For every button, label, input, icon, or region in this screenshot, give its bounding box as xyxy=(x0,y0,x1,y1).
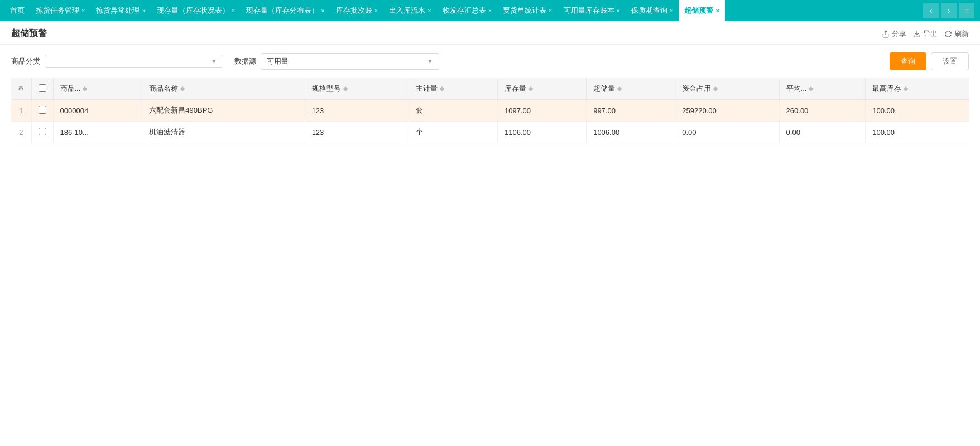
nav-close-6[interactable]: × xyxy=(427,7,431,14)
export-label: 导出 xyxy=(923,29,938,39)
cell-max-stock-0: 100.00 xyxy=(866,100,969,122)
filter-actions: 查询 设置 xyxy=(890,52,969,70)
cell-rownum-1: 2 xyxy=(11,122,31,143)
nav-close-1[interactable]: × xyxy=(81,7,85,14)
th-max-stock[interactable]: 最高库存 xyxy=(866,78,969,100)
cell-capital-0: 259220.00 xyxy=(675,100,779,122)
th-product-name[interactable]: 商品名称 xyxy=(142,78,305,100)
th-capital-label: 资金占用 xyxy=(682,84,711,94)
nav-label-4: 现存量（库存分布表） xyxy=(246,6,319,16)
nav-more-button[interactable]: ≡ xyxy=(959,3,974,18)
nav-item-7[interactable]: 收发存汇总表 × xyxy=(437,0,497,21)
nav-item-3[interactable]: 现存量（库存状况表） × xyxy=(151,0,241,21)
category-filter-group: 商品分类 ▼ xyxy=(11,55,223,68)
nav-arrows: ‹ › ≡ xyxy=(922,3,976,18)
nav-next-button[interactable]: › xyxy=(941,3,957,18)
select-all-checkbox[interactable] xyxy=(39,84,46,92)
share-icon xyxy=(882,30,890,38)
cell-spec-1: 123 xyxy=(305,122,409,143)
sort-icon-unit[interactable] xyxy=(440,86,444,91)
nav-label-5: 库存批次账 xyxy=(336,6,372,16)
nav-item-11[interactable]: 超储预警 × xyxy=(679,0,724,21)
nav-close-10[interactable]: × xyxy=(670,7,673,14)
table-header-row: ⚙ 商品... 商品名称 xyxy=(11,78,969,100)
nav-item-6[interactable]: 出入库流水 × xyxy=(383,0,436,21)
nav-item-8[interactable]: 要货单统计表 × xyxy=(497,0,558,21)
nav-close-2[interactable]: × xyxy=(142,7,145,14)
sort-icon-product-code[interactable] xyxy=(83,86,87,91)
nav-close-5[interactable]: × xyxy=(374,7,378,14)
nav-close-3[interactable]: × xyxy=(232,7,235,14)
datasource-label: 数据源 xyxy=(234,56,256,66)
sort-icon-overstock[interactable] xyxy=(617,86,622,91)
nav-label-9: 可用量库存账本 xyxy=(564,6,614,16)
top-nav: 首页 拣货任务管理 × 拣货异常处理 × 现存量（库存状况表） × 现存量（库存… xyxy=(0,0,980,21)
nav-label-6: 出入库流水 xyxy=(389,6,425,16)
th-rownum: ⚙ xyxy=(11,78,31,100)
cell-checkbox-0 xyxy=(31,100,53,122)
th-spec[interactable]: 规格型号 xyxy=(305,78,409,100)
datasource-chevron-icon: ▼ xyxy=(427,58,433,65)
nav-close-7[interactable]: × xyxy=(488,7,492,14)
nav-label-8: 要货单统计表 xyxy=(503,6,546,16)
th-unit-label: 主计量 xyxy=(416,84,438,94)
datasource-select[interactable]: 可用量 ▼ xyxy=(261,53,439,70)
th-overstock[interactable]: 超储量 xyxy=(587,78,675,100)
nav-prev-button[interactable]: ‹ xyxy=(923,3,939,18)
nav-item-10[interactable]: 保质期查询 × xyxy=(626,0,679,21)
share-button[interactable]: 分享 xyxy=(882,29,906,39)
category-label: 商品分类 xyxy=(11,56,40,66)
th-checkbox xyxy=(31,78,53,100)
share-label: 分享 xyxy=(892,29,906,39)
th-product-code-label: 商品... xyxy=(60,84,81,94)
settings-button[interactable]: 设置 xyxy=(931,52,969,70)
query-button[interactable]: 查询 xyxy=(890,52,926,70)
cell-rownum-0: 1 xyxy=(11,100,31,122)
data-table: ⚙ 商品... 商品名称 xyxy=(11,78,969,143)
th-product-code[interactable]: 商品... xyxy=(53,78,142,100)
sort-icon-capital[interactable] xyxy=(713,86,718,91)
nav-item-1[interactable]: 拣货任务管理 × xyxy=(30,0,90,21)
category-select[interactable]: ▼ xyxy=(45,55,223,68)
row-checkbox-0[interactable] xyxy=(39,106,46,114)
nav-close-8[interactable]: × xyxy=(549,7,552,14)
nav-item-home-label: 首页 xyxy=(10,6,25,16)
cell-unit-1: 个 xyxy=(409,122,497,143)
cell-overstock-0: 997.00 xyxy=(587,100,675,122)
page-header: 超储预警 分享 导出 刷新 xyxy=(0,21,980,45)
cell-product-code-0: 0000004 xyxy=(53,100,142,122)
th-stock[interactable]: 库存量 xyxy=(498,78,587,100)
category-chevron-icon: ▼ xyxy=(211,58,217,65)
sort-icon-stock[interactable] xyxy=(529,86,533,91)
sort-icon-spec[interactable] xyxy=(343,86,348,91)
refresh-button[interactable]: 刷新 xyxy=(944,29,969,39)
cell-stock-1: 1106.00 xyxy=(498,122,587,143)
cell-unit-0: 套 xyxy=(409,100,497,122)
sort-icon-product-name[interactable] xyxy=(180,86,185,91)
header-actions: 分享 导出 刷新 xyxy=(882,29,969,39)
settings-gear-icon[interactable]: ⚙ xyxy=(18,85,24,93)
nav-label-7: 收发存汇总表 xyxy=(443,6,486,16)
cell-avg-1: 0.00 xyxy=(779,122,866,143)
nav-close-9[interactable]: × xyxy=(617,7,620,14)
nav-item-4[interactable]: 现存量（库存分布表） × xyxy=(241,0,330,21)
nav-item-9[interactable]: 可用量库存账本 × xyxy=(558,0,626,21)
nav-item-2[interactable]: 拣货异常处理 × xyxy=(90,0,151,21)
sort-icon-max-stock[interactable] xyxy=(904,86,908,91)
row-checkbox-1[interactable] xyxy=(39,128,46,135)
sort-icon-avg[interactable] xyxy=(809,86,813,91)
nav-label-11: 超储预警 xyxy=(684,6,713,16)
th-overstock-label: 超储量 xyxy=(593,84,615,94)
refresh-label: 刷新 xyxy=(954,29,969,39)
nav-item-home[interactable]: 首页 xyxy=(4,0,30,21)
cell-max-stock-1: 100.00 xyxy=(866,122,969,143)
nav-label-1: 拣货任务管理 xyxy=(36,6,79,16)
nav-item-5[interactable]: 库存批次账 × xyxy=(330,0,383,21)
th-unit[interactable]: 主计量 xyxy=(409,78,497,100)
nav-close-11[interactable]: × xyxy=(715,7,719,14)
th-avg[interactable]: 平均... xyxy=(779,78,866,100)
nav-close-4[interactable]: × xyxy=(321,7,324,14)
export-icon xyxy=(913,30,921,38)
th-capital[interactable]: 资金占用 xyxy=(675,78,779,100)
export-button[interactable]: 导出 xyxy=(913,29,938,39)
